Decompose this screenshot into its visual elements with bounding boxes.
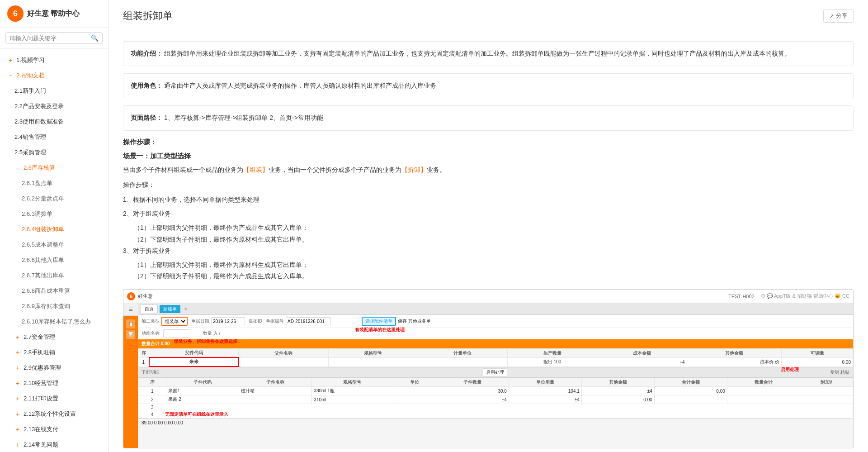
sidebar-item-label: 2.10经营管理 [24, 379, 58, 387]
mock-td-pcode: 米米 [149, 357, 239, 366]
sidebar-item-purchase[interactable]: 2.5采购管理 [0, 145, 108, 160]
sidebar-item-label: 2.6.3调拨单 [22, 210, 52, 218]
sidebar-item-count[interactable]: 2.6.1盘点单 [0, 176, 108, 191]
mock-lower-row3: 3 [138, 404, 853, 411]
sidebar-item-data[interactable]: 2.3使用前数据准备 [0, 114, 108, 129]
mock-divider: 下部明细 启用处理 启用处理 复制 粘贴 [138, 367, 853, 378]
assembly-highlight: 【组装】 [243, 166, 269, 173]
sidebar-item-coupon[interactable]: + 2.9优惠券管理 [0, 360, 108, 376]
mock-date-label: 单据日期 [191, 318, 209, 324]
step3: 3、对于拆装业务 [123, 245, 854, 257]
sidebar-item-install[interactable]: 2.2产品安装及登录 [0, 99, 108, 114]
mock-product-input[interactable] [163, 329, 190, 338]
sidebar-item-video[interactable]: + 1.视频学习 [0, 52, 108, 68]
sidebar-item-adjust[interactable]: 2.6.3调拨单 [0, 206, 108, 222]
sidebar-item-partial[interactable]: 2.6.2分量盘点单 [0, 191, 108, 206]
sidebar-item-label: 2.14常见问题 [24, 441, 58, 449]
mock-upper-table: 序 父件代码 父件名称 规格型号 计量单位 生产数量 成本金额 其他金额 可调量 [138, 348, 853, 367]
mock-lth-usage: 单位用量 [509, 378, 581, 387]
mock-ltd2-unit [393, 395, 436, 404]
sidebar-item-docs[interactable]: − 2.帮助文档 [0, 68, 108, 83]
mock-type-label: 加工类型 [142, 318, 160, 324]
sidebar-item-faq[interactable]: + 2.14常见问题 [0, 437, 108, 452]
sidebar-item-inventory[interactable]: − 2.6库存核算 [0, 160, 108, 176]
sidebar-item-other-out[interactable]: 2.6.7其他出库单 [0, 268, 108, 283]
role-block: 使用角色： 通常由生产人员或库管人员完成拆装业务的操作，库管人员确认原材料的出库… [123, 73, 854, 98]
expand-icon: + [14, 380, 21, 386]
mock-td-avail: 0.00 [782, 357, 853, 366]
logo-area: 6 好生意 帮助中心 [0, 0, 108, 28]
steps-container: 1、根据不同的业务，选择不同单据的类型来处理 2、对于组装业务 （1）上部明细为… [123, 194, 854, 282]
sidebar-item-stock-err[interactable]: 2.6.10库存账本错了怎么办 [0, 314, 108, 329]
mock-product-label: 功能名称 [142, 330, 160, 337]
mock-action-btns: 储存 其他业务单 [398, 318, 431, 324]
search-icon[interactable]: 🔍 [91, 34, 99, 42]
mock-ltd2-other: 0.00 [581, 395, 654, 404]
mock-ltd5-seq: 5 [138, 419, 166, 419]
sidebar-item-label: 1.视频学习 [16, 56, 45, 64]
sidebar-item-custom[interactable]: + 2.12系统个性化设置 [0, 406, 108, 422]
mock-date-input[interactable] [211, 317, 245, 325]
mock-doc-input[interactable] [286, 317, 331, 325]
mock-lth-unit: 单位 [393, 378, 436, 387]
mock-doc-label: 单据编号 [266, 318, 284, 324]
sidebar-item-online-pay[interactable]: + 2.13在线支付 [0, 422, 108, 437]
expand-icon: + [14, 411, 21, 417]
expand-icon: + [14, 442, 21, 448]
mock-th-pname: 父件名称 [239, 349, 328, 358]
sidebar-item-label: 2.6.1盘点单 [22, 179, 52, 187]
search-input[interactable] [9, 35, 88, 42]
mock-orange-bar-label: 数量合计 0.00 [142, 341, 170, 347]
mock-td-otheramt: 成本价 价 [687, 357, 782, 366]
mock-type-select[interactable]: 组装单 拆卸单 [161, 317, 188, 326]
expand-icon: + [14, 334, 21, 340]
mock-orange-bar: 数量合计 0.00 组装业务、拆卸业务在这里选择 [138, 339, 853, 348]
mock-tab-new: 新建单 [160, 305, 180, 313]
sidebar-item-print[interactable]: + 2.11打印设置 [0, 391, 108, 406]
mock-lower-row5: 5 [138, 419, 853, 419]
scene1-steps-title: 操作步骤： [123, 179, 854, 190]
share-icon: ↗ [829, 13, 834, 19]
sidebar-item-ops[interactable]: + 2.10经营管理 [0, 376, 108, 391]
search-box: 🔍 [5, 32, 103, 44]
mock-ltd2-sname [239, 395, 312, 404]
sidebar-item-label: 2.6.2分量盘点单 [22, 195, 64, 203]
mock-sidebar-icon: ☰ [123, 303, 138, 316]
sidebar-item-money[interactable]: + 2.7资金管理 [0, 329, 108, 345]
intro-label: 功能介绍： [131, 50, 162, 57]
sidebar-item-stock-check[interactable]: 2.6.9库存账本查询 [0, 299, 108, 314]
mock-th-avail: 可调量 [782, 349, 853, 358]
sidebar-item-new[interactable]: 2.1新手入门 [0, 83, 108, 99]
mock-process-btn[interactable]: 启用处理 [483, 368, 507, 376]
mock-tab-home: 自页 [141, 305, 158, 313]
mock-ltd1-add [800, 387, 853, 395]
sidebar-item-assembly[interactable]: 2.6.4组装拆卸单 [0, 222, 108, 237]
step2-sub2: （2）下部明细为子件明细，最终作为原材料生成其它出库单。 [123, 234, 854, 245]
sidebar-item-sales[interactable]: 2.4销售管理 [0, 129, 108, 145]
sidebar-item-label: 2.7资金管理 [24, 333, 55, 341]
mock-td-costamt: +4 [597, 357, 687, 366]
mock-ltd3-seq: 3 [138, 404, 166, 411]
sidebar-item-label: 2.8手机旺铺 [24, 348, 55, 357]
mock-lth-sqty: 子件数量 [436, 378, 509, 387]
mock-test-label: TEST-H002 [728, 294, 754, 299]
mock-title-bar: 好生意 [138, 293, 726, 300]
sidebar: 6 好生意 帮助中心 🔍 + 1.视频学习 − 2.帮助文档 2.1新手入门 2… [0, 0, 108, 452]
sidebar-item-label: 2.帮助文档 [16, 71, 45, 80]
sidebar-item-cost[interactable]: 2.6.5成本调整单 [0, 237, 108, 252]
expand-icon: + [14, 349, 21, 356]
mock-bom-btn[interactable]: 选择配件清单 [362, 317, 396, 326]
sidebar-item-mobile[interactable]: + 2.8手机旺铺 [0, 345, 108, 360]
sidebar-item-cost-calc[interactable]: 2.6.8商品成本重算 [0, 283, 108, 299]
expand-icon: + [7, 57, 14, 63]
sidebar-item-other-in[interactable]: 2.6.6其他入库单 [0, 252, 108, 268]
page-title: 组装拆卸单 [123, 9, 173, 23]
collapse-icon: − [7, 72, 14, 79]
scene1-desc: 当由多个子件材料组装成一个成品的业务为【组装】业务，当由一个父件拆分成多个子产品… [123, 164, 854, 176]
mock-footer-text: 89.00 0.00 0.00 0.00 [142, 420, 183, 425]
share-button[interactable]: ↗ 分享 [823, 9, 854, 23]
mock-ltd1-unit [393, 387, 436, 395]
mock-header-right: ⚙ 💬 AppT版 & 招财猫 帮助中心 🐱 CC [761, 293, 849, 300]
sidebar-item-label: 2.6.9库存账本查询 [22, 302, 70, 310]
share-label: 分享 [836, 12, 848, 20]
